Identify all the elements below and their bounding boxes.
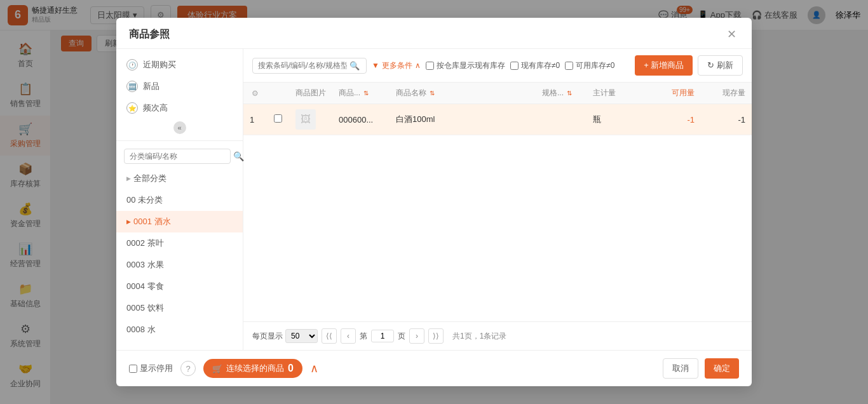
filter-current-stock-checkbox[interactable] [510, 62, 519, 70]
product-table-wrap: ⚙ 商品图片 商品... ⇅ 商品名称 [243, 83, 752, 321]
triangle-active-icon: ▶ [126, 219, 131, 225]
cart-count: 0 [288, 363, 294, 374]
quick-filter-recent-label: 近期购买 [143, 59, 176, 71]
th-name[interactable]: 商品名称 ⇅ [390, 83, 536, 104]
divider [116, 140, 243, 141]
cat-uncategorized-label: 00 未分类 [126, 194, 163, 206]
page-input[interactable] [371, 330, 394, 342]
th-settings[interactable]: ⚙ [243, 83, 266, 104]
table-header-row: ⚙ 商品图片 商品... ⇅ 商品名称 [243, 83, 752, 104]
show-disabled-check[interactable]: 显示停用 [129, 363, 173, 374]
th-stock: 现存量 [701, 83, 752, 104]
cat-item-tea[interactable]: 0002 茶叶 [116, 232, 243, 254]
filter-current-stock-label: 现有库存≠0 [521, 60, 560, 71]
th-avail: 可用量 [637, 83, 701, 104]
product-table: ⚙ 商品图片 商品... ⇅ 商品名称 [243, 83, 752, 135]
cat-item-all[interactable]: ▶ 全部分类 [116, 168, 243, 189]
refresh-table-button[interactable]: ↻ 刷新 [698, 55, 743, 76]
th-check [266, 83, 289, 104]
product-search-wrap: 🔍 [252, 58, 367, 74]
pagination: 每页显示 50 100 200 ⟨⟨ ‹ 第 页 › ⟩⟩ 共1页，1条记录 [243, 321, 752, 350]
footer-actions: 取消 确定 [663, 358, 739, 379]
table-row[interactable]: 1 🖼 000600... 白酒100ml 瓶 -1 -1 [243, 104, 752, 135]
quick-filter-frequent[interactable]: ⭐ 频次高 [116, 97, 243, 119]
cat-item-appliance[interactable]: 0010 家电 [116, 340, 243, 345]
cart-button[interactable]: 🛒 连续选择的商品 0 [203, 359, 302, 378]
quick-filter-new[interactable]: 🆕 新品 [116, 76, 243, 97]
modal-overlay: 商品参照 ✕ 🕐 近期购买 🆕 新品 ⭐ 频次高 [0, 0, 868, 404]
filter-warehouse-label: 按仓库显示现有库存 [437, 60, 505, 71]
confirm-button[interactable]: 确定 [705, 358, 739, 379]
add-product-button[interactable]: + 新增商品 [635, 55, 693, 76]
page-suffix-label: 页 [398, 331, 405, 342]
th-unit: 主计量 [587, 83, 637, 104]
cat-item-snack[interactable]: 0004 零食 [116, 276, 243, 297]
cat-item-fruit[interactable]: 0003 水果 [116, 254, 243, 276]
quick-filter-new-label: 新品 [143, 81, 159, 92]
filter-bar: 🔍 ▼ 更多条件 ∧ 按仓库显示现有库存 现有库存≠0 [243, 49, 752, 83]
last-page-button[interactable]: ⟩⟩ [428, 328, 444, 344]
filter-check-warehouse[interactable]: 按仓库显示现有库存 [426, 60, 505, 71]
prev-page-button[interactable]: ‹ [341, 328, 356, 344]
modal-body: 🕐 近期购买 🆕 新品 ⭐ 频次高 « [116, 49, 752, 350]
cart-label: 连续选择的商品 [226, 363, 284, 374]
search-icon[interactable]: 🔍 [233, 151, 244, 161]
modal-left-panel: 🕐 近期购买 🆕 新品 ⭐ 频次高 « [116, 49, 243, 350]
sort-name-icon: ⇅ [430, 90, 435, 97]
product-search-input[interactable] [258, 61, 347, 70]
filter-avail-stock-checkbox[interactable] [565, 62, 573, 70]
per-page-select[interactable]: 50 100 200 [285, 329, 318, 343]
sort-code-icon: ⇅ [363, 90, 369, 97]
cat-fruit-label: 0003 水果 [126, 259, 164, 271]
pagination-info: 共1页，1条记录 [452, 331, 506, 342]
filter-check-current-stock[interactable]: 现有库存≠0 [510, 60, 560, 71]
new-icon: 🆕 [126, 81, 138, 92]
more-filters-label: 更多条件 [382, 60, 412, 71]
cart-icon: 🛒 [212, 364, 222, 374]
first-page-button[interactable]: ⟨⟨ [322, 328, 337, 344]
row-image: 🖼 [289, 104, 332, 135]
collapse-panel-button[interactable]: « [173, 121, 186, 134]
category-search: 🔍 [116, 145, 243, 168]
cat-liquor-label: 0001 酒水 [133, 216, 171, 227]
cat-tea-label: 0002 茶叶 [126, 238, 164, 249]
search-submit-icon[interactable]: 🔍 [349, 61, 360, 71]
quick-filter-frequent-label: 频次高 [143, 102, 168, 114]
th-image: 商品图片 [289, 83, 332, 104]
row-stock: -1 [701, 104, 752, 135]
row-code: 000600... [332, 104, 390, 135]
row-num: 1 [243, 104, 266, 135]
more-filters-button[interactable]: ▼ 更多条件 ∧ [372, 60, 421, 71]
cancel-button[interactable]: 取消 [663, 358, 698, 379]
row-unit: 瓶 [587, 104, 637, 135]
modal-footer: 显示停用 ? 🛒 连续选择的商品 0 ∧ 取消 确定 [116, 350, 752, 386]
cat-item-water[interactable]: 0008 水 [116, 319, 243, 340]
cat-item-beverage[interactable]: 0005 饮料 [116, 297, 243, 319]
row-check[interactable] [266, 104, 289, 135]
cat-snack-label: 0004 零食 [126, 281, 164, 292]
filter-icon: ▼ [372, 61, 379, 70]
cat-item-uncategorized[interactable]: 00 未分类 [116, 189, 243, 211]
show-disabled-checkbox[interactable] [129, 365, 137, 373]
filter-warehouse-checkbox[interactable] [426, 62, 434, 70]
category-search-input[interactable] [124, 149, 231, 164]
product-tbody: 1 🖼 000600... 白酒100ml 瓶 -1 -1 [243, 104, 752, 135]
filter-actions: + 新增商品 ↻ 刷新 [635, 55, 743, 76]
row-spec [536, 104, 587, 135]
page-label: 第 [360, 331, 367, 342]
th-code[interactable]: 商品... ⇅ [332, 83, 390, 104]
filter-check-avail-stock[interactable]: 可用库存≠0 [565, 60, 614, 71]
help-icon[interactable]: ? [180, 361, 196, 376]
cat-item-liquor[interactable]: ▶ 0001 酒水 [116, 211, 243, 232]
modal-title: 商品参照 [129, 28, 170, 41]
product-thumbnail: 🖼 [295, 109, 316, 130]
category-list: ▶ 全部分类 00 未分类 ▶ 0001 酒水 0002 茶叶 0003 水果 [116, 168, 243, 345]
th-spec[interactable]: 规格... ⇅ [536, 83, 587, 104]
next-page-button[interactable]: › [409, 328, 424, 344]
quick-filter-recent[interactable]: 🕐 近期购买 [116, 54, 243, 76]
modal-close-button[interactable]: ✕ [724, 27, 739, 42]
star-icon: ⭐ [126, 102, 138, 114]
row-name: 白酒100ml [390, 104, 536, 135]
collapse-footer-icon[interactable]: ∧ [310, 361, 318, 375]
cat-beverage-label: 0005 饮料 [126, 302, 164, 314]
